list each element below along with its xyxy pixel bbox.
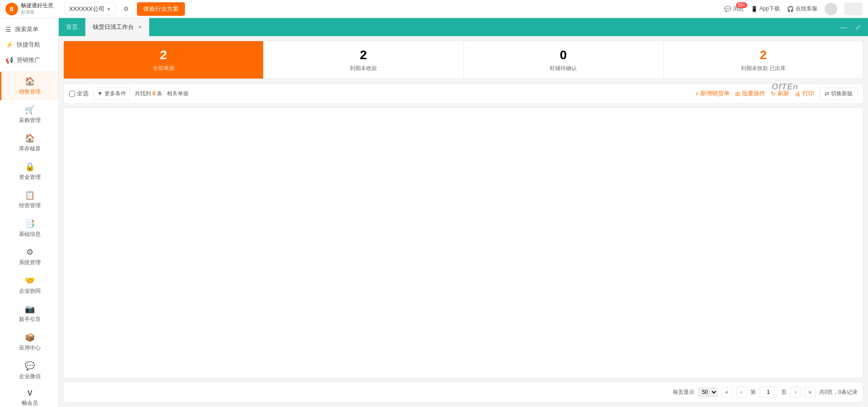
company-name: XXXXXX公司 xyxy=(69,5,104,13)
app-download-label: App下载 xyxy=(760,5,780,13)
sidebar-item-wechat[interactable]: 💬 企业微信 xyxy=(0,356,58,385)
sidebar-top-section: ☰ 搜索菜单 ⚡ 快捷导航 📢 营销推广 xyxy=(0,18,58,72)
related-records-link[interactable]: 相关单据 xyxy=(167,90,189,98)
sidebar-item-member[interactable]: V 畅会员 xyxy=(0,385,58,407)
base-icon: 📑 xyxy=(25,219,35,229)
sidebar-item-marketing[interactable]: 📢 营销推广 xyxy=(0,52,58,68)
tab-minimize-button[interactable]: — xyxy=(838,22,849,33)
sidebar-system-label: 系统管理 xyxy=(19,259,41,267)
add-icon: + xyxy=(695,90,698,97)
filter-label: 更多条件 xyxy=(104,90,126,98)
tab-maximize-button[interactable]: ⤢ xyxy=(853,22,863,33)
sales-icon: 🏠 xyxy=(25,76,35,86)
stat-overdue-label: 到期未收款 xyxy=(273,65,454,72)
sidebar-item-operations[interactable]: 📋 经营管理 xyxy=(0,186,58,214)
refresh-button[interactable]: ↻ 刷新 xyxy=(771,89,789,98)
sidebar-appstore-label: 应用中心 xyxy=(19,344,41,352)
tab-current[interactable]: 钱货日清工作台 × xyxy=(85,18,149,36)
select-all-input[interactable] xyxy=(69,91,75,97)
appstore-icon: 📦 xyxy=(25,332,35,342)
sidebar-item-newbie[interactable]: 📷 新手引导 xyxy=(0,299,58,328)
sidebar-sales-label: 销售管理 xyxy=(19,88,41,96)
add-button[interactable]: + 新增销货单 xyxy=(695,89,730,98)
pagination: 每页显示 50 « ‹ 第 页 › » 共0页，0条记录 xyxy=(63,382,863,402)
stat-overdue-shipped-number: 2 xyxy=(673,47,854,63)
filter-button[interactable]: ▼ 更多条件 xyxy=(93,88,130,100)
stat-overdue[interactable]: 2 到期未收款 xyxy=(264,41,463,79)
refresh-icon: ↻ xyxy=(771,90,776,97)
message-badge: 99+ xyxy=(736,2,747,8)
app-download-button[interactable]: 📱 App下载 xyxy=(751,5,780,13)
found-prefix: 共找到 xyxy=(135,90,151,97)
refresh-label: 刷新 xyxy=(778,89,789,98)
main-layout: ☰ 搜索菜单 ⚡ 快捷导航 📢 营销推广 🏠 销售管理 🛒 采购管理 🏠 库存核… xyxy=(0,18,868,407)
sidebar-item-shortcut[interactable]: ⚡ 快捷导航 xyxy=(0,37,58,52)
per-page-label: 每页显示 xyxy=(673,388,694,396)
settings-icon: ⚙ xyxy=(123,5,129,12)
newbie-icon: 📷 xyxy=(25,304,35,314)
batch-label: 批量操作 xyxy=(742,89,765,98)
user-avatar[interactable] xyxy=(825,3,837,15)
select-all-checkbox[interactable]: 全选 xyxy=(69,89,89,98)
tab-actions: — ⤢ xyxy=(838,22,868,33)
online-service-button[interactable]: 🎧 在线客服 xyxy=(787,5,817,13)
online-service-label: 在线客服 xyxy=(796,5,817,13)
sidebar-search-label: 搜索菜单 xyxy=(15,25,38,33)
sidebar-item-appstore[interactable]: 📦 应用中心 xyxy=(0,328,58,356)
switch-button[interactable]: ⇄ 切换新版 xyxy=(820,88,858,100)
tab-current-label: 钱货日清工作台 xyxy=(93,23,134,31)
sidebar-item-finance[interactable]: 🔒 资金管理 xyxy=(0,157,58,186)
sidebar-item-base[interactable]: 📑 基础信息 xyxy=(0,214,58,243)
trial-button[interactable]: 体验行业方案 xyxy=(137,2,185,16)
next-page-button[interactable]: › xyxy=(790,387,801,398)
first-page-button[interactable]: « xyxy=(722,387,732,398)
prev-page-button[interactable]: ‹ xyxy=(736,387,747,398)
last-page-button[interactable]: » xyxy=(805,387,816,398)
sidebar-item-search[interactable]: ☰ 搜索菜单 xyxy=(0,22,58,37)
sidebar-item-purchase[interactable]: 🛒 采购管理 xyxy=(0,100,58,129)
member-icon: V xyxy=(28,389,33,398)
app-logo-icon: 6 xyxy=(5,3,18,15)
add-label: 新增销货单 xyxy=(700,89,730,98)
tab-home[interactable]: 首页 xyxy=(59,18,85,36)
sidebar-item-inventory[interactable]: 🏠 库存核算 xyxy=(0,129,58,157)
sidebar-item-sales[interactable]: 🏠 销售管理 xyxy=(0,72,58,100)
purchase-icon: 🛒 xyxy=(25,105,35,115)
sidebar-finance-label: 资金管理 xyxy=(19,173,41,181)
header-right: 💬 消息 99+ 📱 App下载 🎧 在线客服 xyxy=(724,3,863,15)
stat-all-label: 全部单据 xyxy=(73,65,254,72)
stat-pending[interactable]: 0 旺辅待确认 xyxy=(464,41,664,79)
sidebar-item-enterprise[interactable]: 🤝 企业协同 xyxy=(0,271,58,299)
user-name[interactable] xyxy=(844,3,863,15)
toolbar-left: 全选 ▼ 更多条件 共找到 0 条 相关单据 xyxy=(69,88,189,100)
stat-overdue-number: 2 xyxy=(273,47,454,63)
page-input[interactable] xyxy=(760,387,778,398)
logo-area: 6 畅捷通好生意 标准版 xyxy=(5,2,64,16)
per-page-select[interactable]: 50 xyxy=(698,387,718,397)
tab-close-icon[interactable]: × xyxy=(138,24,142,30)
company-dropdown-arrow: ▼ xyxy=(106,6,111,12)
found-text: 共找到 0 条 xyxy=(135,90,162,98)
page-unit: 页 xyxy=(781,388,787,396)
operations-icon: 📋 xyxy=(25,190,35,200)
settings-button[interactable]: ⚙ xyxy=(120,3,132,15)
sidebar-base-label: 基础信息 xyxy=(19,230,41,238)
sidebar: ☰ 搜索菜单 ⚡ 快捷导航 📢 营销推广 🏠 销售管理 🛒 采购管理 🏠 库存核… xyxy=(0,18,59,407)
switch-label: 切换新版 xyxy=(831,90,853,98)
sidebar-purchase-label: 采购管理 xyxy=(19,117,41,124)
message-button[interactable]: 💬 消息 99+ xyxy=(724,5,744,13)
batch-button[interactable]: ⊞ 批量操作 xyxy=(735,89,765,98)
finance-icon: 🔒 xyxy=(25,162,35,172)
stat-pending-label: 旺辅待确认 xyxy=(473,65,654,72)
page-content: 2 全部单据 2 到期未收款 0 旺辅待确认 2 到期未收款 已出库 xyxy=(59,36,868,407)
stat-overdue-shipped[interactable]: 2 到期未收款 已出库 xyxy=(664,41,863,79)
sidebar-item-system[interactable]: ⚙ 系统管理 xyxy=(0,243,58,271)
sidebar-inventory-label: 库存核算 xyxy=(19,145,41,153)
top-header: 6 畅捷通好生意 标准版 XXXXXX公司 ▼ ⚙ 体验行业方案 💬 消息 99… xyxy=(0,0,868,18)
print-button[interactable]: 🖨 打印 xyxy=(795,89,814,98)
stat-all[interactable]: 2 全部单据 xyxy=(64,41,264,79)
marketing-icon: 📢 xyxy=(5,56,13,64)
sidebar-shortcut-label: 快捷导航 xyxy=(17,41,40,49)
enterprise-icon: 🤝 xyxy=(25,276,35,285)
company-selector[interactable]: XXXXXX公司 ▼ xyxy=(64,3,116,15)
